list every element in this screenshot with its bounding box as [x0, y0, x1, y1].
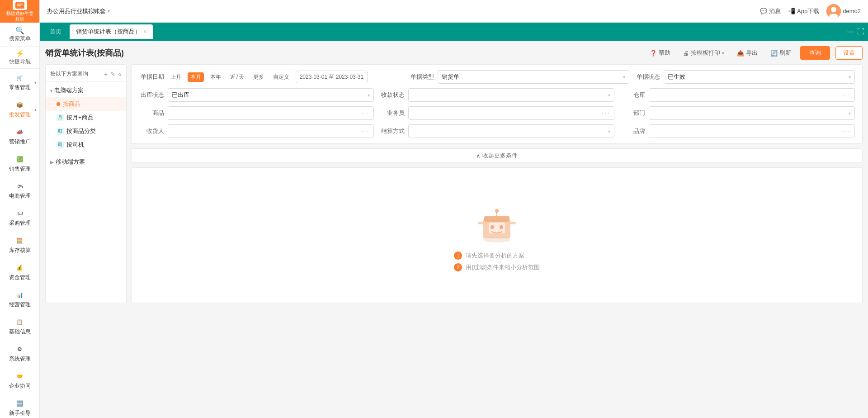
- brand-input[interactable]: ···: [649, 124, 855, 138]
- app-logo[interactable]: 畅捷通好生意 标版: [0, 0, 39, 23]
- sidebar-item-retail[interactable]: 🛒 零售管理 ▾: [0, 69, 39, 96]
- topbar: 办公用品行业模拟账套 ▾ 💬 消息 📲 App下载: [40, 0, 868, 23]
- tabs-bar: 首页 销货单统计表（按商品） × — ⛶: [40, 23, 868, 41]
- salesperson-label: 业务员: [379, 109, 405, 117]
- sales-icon: 💹: [15, 155, 24, 164]
- date-tab-7days[interactable]: 近7天: [227, 72, 247, 82]
- receipt-status-label: 收款状态: [379, 91, 405, 99]
- user-menu[interactable]: demo2: [826, 4, 861, 19]
- query-button[interactable]: 查询: [800, 46, 830, 60]
- scheme-add-btn[interactable]: +: [104, 71, 108, 78]
- scheme-collapse-btn[interactable]: «: [118, 71, 122, 78]
- sidebar-item-guide[interactable]: 🆕 新手引导: [0, 394, 39, 418]
- sidebar-item-sales[interactable]: 💹 销售管理: [0, 150, 39, 177]
- scheme-item-by-category[interactable]: 归 按商品分类: [46, 124, 126, 138]
- workspace-selector[interactable]: 办公用品行业模拟账套 ▾: [47, 7, 110, 15]
- filter-row-4: 收货人 ··· 结算方式 ▾: [139, 124, 855, 138]
- recipient-input[interactable]: ···: [168, 124, 374, 138]
- out-status-value: 已出库: [172, 91, 368, 99]
- sidebar-item-system[interactable]: ⚙ 系统管理: [0, 340, 39, 367]
- app-download-btn[interactable]: 📲 App下载: [788, 7, 819, 15]
- settlement-label: 结算方式: [379, 127, 405, 135]
- date-tab-last-month[interactable]: 上月: [168, 72, 184, 82]
- tab-close-btn[interactable]: ×: [143, 28, 146, 35]
- date-tab-this-year[interactable]: 本年: [208, 72, 224, 82]
- receipt-status-input[interactable]: ▾: [408, 88, 614, 102]
- product-dots: ···: [361, 109, 370, 117]
- svg-point-11: [495, 209, 499, 213]
- salesperson-input[interactable]: ···: [408, 106, 614, 120]
- tab-home-label: 首页: [50, 28, 61, 36]
- settlement-arrow: ▾: [608, 129, 610, 134]
- date-filter: 上月 本月 本年 近7天 更多 自定义 2023-03-01 至 2023-03…: [168, 71, 368, 83]
- system-icon: ⚙: [15, 345, 24, 354]
- export-label: 导出: [746, 49, 758, 57]
- tab-maximize-btn[interactable]: ⛶: [857, 28, 864, 36]
- sidebar-item-purchase[interactable]: 🏷 采购管理: [0, 204, 39, 232]
- sidebar-item-ecommerce[interactable]: 🛍 电商管理: [0, 177, 39, 204]
- export-btn[interactable]: 📤 导出: [733, 47, 761, 59]
- doc-type-input[interactable]: 销货单 ▾: [438, 70, 629, 84]
- product-label: 商品: [139, 109, 164, 117]
- basic-icon: 📋: [15, 318, 24, 327]
- filter-row-2: 出库状态 已出库 ▾ 收款状态 ▾: [139, 88, 855, 102]
- dept-input[interactable]: ▾: [649, 106, 855, 120]
- sidebar-item-wholesale[interactable]: 📦 批发管理 ▴: [0, 96, 39, 123]
- receipt-status-field: 收款状态 ▾: [379, 88, 614, 102]
- sidebar-item-finance[interactable]: 💰 资金管理: [0, 259, 39, 286]
- scheme-by-cashier-label: 按司机: [66, 141, 84, 149]
- warehouse-field: 仓库 ···: [620, 88, 855, 102]
- tabs-actions: — ⛶: [847, 28, 864, 36]
- tab-current[interactable]: 销货单统计表（按商品） ×: [70, 24, 153, 39]
- scheme-edit-btn[interactable]: ✎: [110, 71, 115, 78]
- product-input[interactable]: ···: [168, 106, 374, 120]
- scheme-item-by-product[interactable]: 按商品: [46, 97, 126, 111]
- empty-tip-2: 2 用[过滤]条件来缩小分析范围: [454, 263, 539, 271]
- export-icon: 📤: [737, 50, 744, 57]
- doc-type-label: 单据类型: [409, 73, 434, 81]
- scheme-desktop-arrow: ▾: [50, 88, 52, 93]
- scheme-item-by-cashier[interactable]: 司 按司机: [46, 138, 126, 152]
- settings-button[interactable]: 设置: [835, 46, 863, 60]
- message-btn[interactable]: 💬 消息: [760, 7, 781, 15]
- scheme-actions: + ✎ «: [104, 71, 122, 78]
- date-tab-custom[interactable]: 自定义: [270, 72, 292, 82]
- refresh-btn[interactable]: 🔄 刷新: [767, 47, 795, 59]
- date-tab-more[interactable]: 更多: [250, 72, 267, 82]
- tab-home[interactable]: 首页: [43, 24, 68, 39]
- sidebar-item-enterprise[interactable]: 🤝 企业协同: [0, 367, 39, 394]
- scheme-desktop-group-header[interactable]: ▾ 电脑端方案: [46, 84, 126, 97]
- settlement-input[interactable]: ▾: [408, 124, 614, 138]
- svg-point-2: [831, 7, 836, 12]
- wholesale-icon: 📦: [15, 100, 24, 109]
- scheme-category-icon: 归: [57, 128, 64, 135]
- help-btn[interactable]: ❓ 帮助: [646, 47, 674, 59]
- doc-status-input[interactable]: 已生效 ▾: [664, 70, 855, 84]
- sidebar-item-operation[interactable]: 📊 经营管理: [0, 286, 39, 313]
- empty-state: 1 请先选择要分析的方案 2 用[过滤]条件来缩小分析范围: [131, 167, 863, 303]
- warehouse-dots: ···: [842, 91, 851, 99]
- brand-label: 品牌: [620, 127, 645, 135]
- sidebar-item-marketing[interactable]: 📣 营销推广: [0, 123, 39, 150]
- svg-point-9: [500, 225, 503, 229]
- tab-minimize-btn[interactable]: —: [847, 28, 854, 36]
- warehouse-input[interactable]: ···: [649, 88, 855, 102]
- scheme-mobile-group-header[interactable]: ▶ 移动端方案: [46, 155, 126, 169]
- ecommerce-icon: 🛍: [15, 182, 24, 191]
- scheme-item-by-month-product[interactable]: 月 按月+商品: [46, 111, 126, 124]
- svg-rect-12: [478, 222, 484, 224]
- date-range-input[interactable]: 2023-03-01 至 2023-03-31: [296, 71, 368, 83]
- sidebar-item-quick-nav[interactable]: ⚡ 快捷导航: [0, 47, 39, 69]
- sidebar-item-search[interactable]: 🔍 搜索菜单: [0, 23, 39, 47]
- page-header: 销货单统计表(按商品) ❓ 帮助 🖨 按模板打印 📤 导出 🔄 刷新: [45, 46, 863, 60]
- out-status-input[interactable]: 已出库 ▾: [168, 88, 374, 102]
- main-area: 办公用品行业模拟账套 ▾ 💬 消息 📲 App下载: [40, 0, 868, 418]
- enterprise-icon: 🤝: [15, 372, 24, 381]
- date-label: 单据日期: [139, 73, 164, 81]
- sidebar-item-inventory[interactable]: 🧮 库存核算: [0, 232, 39, 259]
- sidebar-item-basic[interactable]: 📋 基础信息: [0, 313, 39, 340]
- collapse-bar[interactable]: ∧ 收起更多条件: [131, 148, 863, 163]
- date-tab-this-month[interactable]: 本月: [188, 72, 204, 82]
- print-btn[interactable]: 🖨 按模板打印: [679, 47, 728, 59]
- tip-num-2: 2: [454, 263, 462, 271]
